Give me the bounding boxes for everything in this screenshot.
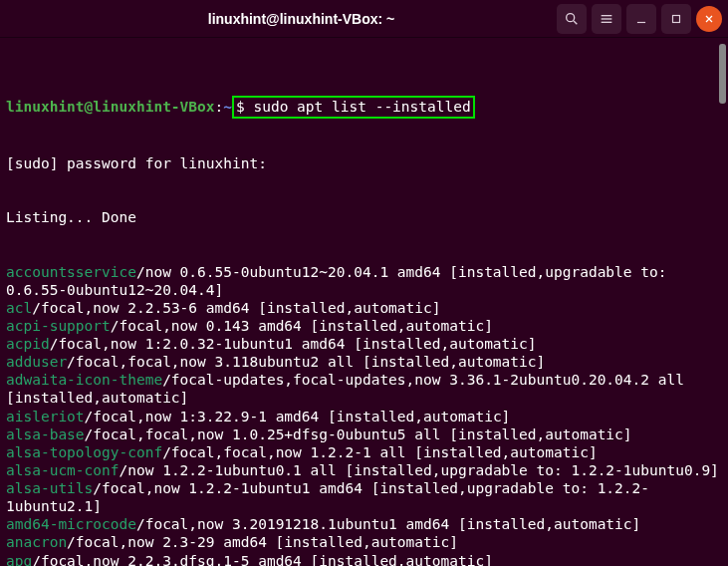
package-name: aisleriot (6, 409, 85, 424)
titlebar: linuxhint@linuxhint-VBox: ~ (0, 0, 728, 38)
package-line: apg/focal,now 2.2.3.dfsg.1-5 amd64 [inst… (6, 552, 722, 567)
close-icon (703, 13, 715, 25)
package-line: amd64-microcode/focal,now 3.20191218.1ub… (6, 515, 722, 533)
window-title: linuxhint@linuxhint-VBox: ~ (46, 11, 557, 27)
scrollbar[interactable] (719, 44, 726, 104)
menu-button[interactable] (592, 4, 621, 34)
package-details: /focal,now 1:3.22.9-1 amd64 [installed,a… (85, 409, 511, 424)
listing-line: Listing... Done (6, 208, 722, 226)
menu-icon (599, 11, 614, 27)
package-line: alsa-base/focal,focal,now 1.0.25+dfsg-0u… (6, 425, 722, 443)
minimize-icon (634, 12, 648, 26)
package-details: /now 1.2.2-1ubuntu0.1 all [installed,upg… (120, 462, 719, 478)
package-listing: accountsservice/now 0.6.55-0ubuntu12~20.… (6, 263, 722, 567)
package-details: /focal,now 3.20191218.1ubuntu1 amd64 [in… (136, 516, 640, 532)
search-button[interactable] (557, 4, 587, 34)
package-line: adwaita-icon-theme/focal-updates,focal-u… (6, 371, 722, 407)
package-name: alsa-base (6, 426, 85, 442)
package-line: aisleriot/focal,now 1:3.22.9-1 amd64 [in… (6, 408, 722, 425)
package-name: adduser (6, 354, 67, 370)
prompt-user-host: linuxhint@linuxhint-VBox (6, 99, 215, 115)
package-line: acpi-support/focal,now 0.143 amd64 [inst… (6, 317, 722, 335)
package-name: amd64-microcode (6, 516, 136, 532)
maximize-button[interactable] (661, 4, 691, 34)
package-name: alsa-utils (6, 480, 93, 496)
package-details: /focal,focal,now 3.118ubuntu2 all [insta… (67, 354, 545, 370)
search-icon (564, 11, 580, 27)
package-line: acl/focal,now 2.2.53-6 amd64 [installed,… (6, 299, 722, 317)
package-name: anacron (6, 534, 67, 550)
package-line: adduser/focal,focal,now 3.118ubuntu2 all… (6, 353, 722, 371)
package-name: alsa-ucm-conf (6, 462, 120, 478)
package-name: adwaita-icon-theme (6, 372, 162, 388)
package-line: acpid/focal,now 1:2.0.32-1ubuntu1 amd64 … (6, 335, 722, 353)
minimize-button[interactable] (626, 4, 656, 34)
maximize-icon (669, 12, 683, 26)
sudo-password-line: [sudo] password for linuxhint: (6, 154, 722, 172)
package-line: alsa-ucm-conf/now 1.2.2-1ubuntu0.1 all [… (6, 461, 722, 479)
close-button[interactable] (696, 6, 722, 32)
command-highlight: $ sudo apt list --installed (232, 96, 475, 118)
package-details: /focal,now 2.2.53-6 amd64 [installed,aut… (32, 300, 440, 316)
package-line: accountsservice/now 0.6.55-0ubuntu12~20.… (6, 263, 722, 299)
package-details: /focal,now 1.2.2-1ubuntu1 amd64 [install… (6, 480, 649, 514)
package-line: anacron/focal,now 2.3-29 amd64 [installe… (6, 533, 722, 551)
package-name: accountsservice (6, 264, 136, 280)
package-name: alsa-topology-conf (6, 444, 162, 460)
terminal-content[interactable]: linuxhint@linuxhint-VBox:~$ sudo apt lis… (0, 38, 728, 566)
package-details: /focal,now 2.2.3.dfsg.1-5 amd64 [install… (32, 553, 493, 567)
svg-line-1 (574, 21, 577, 24)
package-line: alsa-utils/focal,now 1.2.2-1ubuntu1 amd6… (6, 479, 722, 515)
package-name: acpid (6, 336, 50, 352)
package-details: /focal,now 2.3-29 amd64 [installed,autom… (67, 534, 458, 550)
package-name: acl (6, 300, 32, 316)
prompt-separator: : (215, 99, 224, 115)
package-line: alsa-topology-conf/focal,focal,now 1.2.2… (6, 443, 722, 461)
svg-rect-6 (673, 15, 680, 22)
svg-point-0 (567, 13, 575, 21)
prompt-path: ~ (223, 99, 232, 115)
package-details: /focal,now 1:2.0.32-1ubuntu1 amd64 [inst… (50, 336, 537, 352)
package-details: /focal,focal,now 1.2.2-1 all [installed,… (162, 444, 598, 460)
titlebar-controls (557, 4, 722, 34)
package-name: apg (6, 553, 32, 567)
prompt-line: linuxhint@linuxhint-VBox:~$ sudo apt lis… (6, 96, 722, 118)
package-details: /focal,focal,now 1.0.25+dfsg-0ubuntu5 al… (85, 426, 632, 442)
package-name: acpi-support (6, 318, 111, 334)
package-details: /focal,now 0.143 amd64 [installed,automa… (111, 318, 493, 334)
